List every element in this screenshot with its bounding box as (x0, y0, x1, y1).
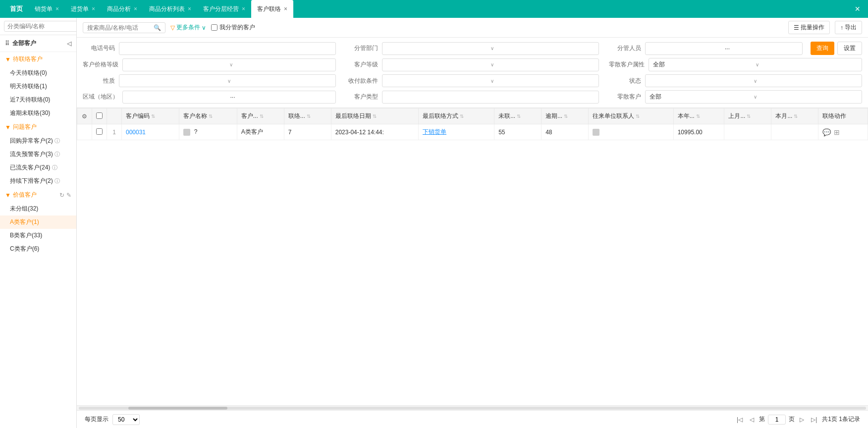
arrow-icon: ▼ (5, 124, 11, 131)
retail-dropdown[interactable]: 全部 ∨ (645, 90, 862, 104)
horizontal-scrollbar[interactable] (77, 405, 868, 410)
row-code[interactable]: 000031 (122, 124, 179, 140)
region-input[interactable]: ··· (122, 91, 336, 104)
payment-dropdown[interactable]: ∨ (382, 74, 599, 87)
nav-sales[interactable]: 销货单 × (29, 0, 65, 18)
chevron-down-icon: ∨ (754, 94, 858, 100)
retail-attr-dropdown[interactable]: 全部 ∨ (649, 58, 862, 71)
table-footer: 每页显示 10 20 50 100 |◁ ◁ 第 页 ▷ ▷| 共1页 1条记录 (77, 410, 868, 428)
more-filters-btn[interactable]: ▽ 更多条件 ∨ (170, 23, 206, 32)
page-number-input[interactable] (768, 415, 786, 425)
dept-dropdown[interactable]: ∨ (382, 42, 599, 55)
col-unit-contact[interactable]: 往来单位联系人 ⇅ (589, 108, 674, 124)
data-table-area: ⚙ 客户编码 ⇅ 客户名称 (77, 108, 868, 405)
col-overdue[interactable]: 逾期... ⇅ (542, 108, 589, 124)
row-name[interactable]: ? (179, 124, 237, 140)
last-page-btn[interactable]: ▷| (809, 415, 819, 424)
close-all-tabs[interactable]: × (851, 4, 864, 14)
nav-purchase-close[interactable]: × (92, 5, 95, 12)
qr-action-icon[interactable]: ⊞ (834, 128, 840, 136)
col-category[interactable]: 客户... ⇅ (237, 108, 284, 124)
sidebar-item-tomorrow[interactable]: 明天待联络(1) (0, 80, 76, 93)
prev-page-btn[interactable]: ◁ (748, 415, 756, 424)
sidebar-item-class-c[interactable]: C类客户(6) (0, 242, 76, 256)
filter-row-type: 客户类型 (346, 90, 599, 104)
col-this-month[interactable]: 本月... ⇅ (771, 108, 818, 124)
nav-analysis-close[interactable]: × (134, 5, 137, 12)
next-page-btn[interactable]: ▷ (798, 415, 806, 424)
type-input[interactable] (382, 91, 599, 104)
nature-dropdown[interactable]: ∨ (119, 74, 336, 87)
sidebar-item-7days[interactable]: 近7天待联络(0) (0, 93, 76, 107)
nav-customer-contact[interactable]: 客户联络 × (251, 0, 293, 18)
phone-input[interactable] (119, 42, 336, 55)
nav-home[interactable]: 首页 (4, 0, 29, 18)
col-last-date[interactable]: 最后联络日期 ⇅ (331, 108, 418, 124)
col-last-month[interactable]: 上月... ⇅ (724, 108, 771, 124)
price-level-dropdown[interactable]: ∨ (122, 58, 336, 71)
scrollbar-thumb[interactable] (128, 407, 227, 410)
export-btn[interactable]: ↑ 导出 (835, 21, 862, 34)
scrollbar-track[interactable] (79, 407, 866, 410)
edit-value-icon[interactable]: ✎ (66, 192, 71, 199)
select-all-checkbox[interactable] (96, 112, 103, 119)
nav-analysis-list-close[interactable]: × (188, 5, 191, 12)
type-label: 客户类型 (346, 93, 378, 101)
row-checkbox[interactable] (92, 124, 107, 140)
col-last-method[interactable]: 最后联络方式 ⇅ (419, 108, 494, 124)
sidebar-item-repurchase-abnormal[interactable]: 回购异常客户(2) ⓘ (0, 134, 76, 148)
row-select-checkbox[interactable] (96, 128, 103, 135)
nav-analysis[interactable]: 商品分析 × (101, 0, 143, 18)
my-customers-checkbox[interactable]: 我分管的客户 (211, 23, 255, 32)
sort-icon: ⇅ (794, 113, 798, 119)
refresh-icon[interactable]: ↻ (59, 192, 64, 199)
sidebar-item-ungrouped[interactable]: 未分组(32) (0, 202, 76, 215)
sidebar-item-churn-warning[interactable]: 流失预警客户(3) ⓘ (0, 148, 76, 161)
filter-row-nature: 性质 ∨ (83, 74, 336, 87)
sidebar-group-problem[interactable]: ▼ 问题客户 (0, 120, 76, 134)
filter-search-icon[interactable]: 🔍 (154, 24, 161, 31)
status-dropdown[interactable]: ∨ (645, 74, 862, 87)
advanced-filter-panel: 电话号码 分管部门 ∨ 分管人员 ··· (77, 38, 868, 108)
sidebar-scroll: ▼ 待联络客户 今天待联络(0) 明天待联络(1) 近7天待联络(0) 逾期未联… (0, 52, 76, 428)
chat-action-icon[interactable]: 💬 (822, 128, 831, 136)
nav-purchase[interactable]: 进货单 × (65, 0, 101, 18)
col-this-year[interactable]: 本年... ⇅ (673, 108, 724, 124)
col-code[interactable]: 客户编码 ⇅ (122, 108, 179, 124)
sidebar-item-churned[interactable]: 已流失客户(24) ⓘ (0, 161, 76, 174)
setting-btn[interactable]: 设置 (837, 42, 862, 55)
nav-customer-seg[interactable]: 客户分层经营 × (197, 0, 251, 18)
per-page-select[interactable]: 10 20 50 100 (112, 414, 140, 425)
my-customers-check[interactable] (211, 24, 217, 31)
nav-customer-contact-close[interactable]: × (284, 5, 287, 12)
sidebar-collapse-icon[interactable]: ◁ (67, 40, 71, 47)
filter-search-input[interactable] (87, 24, 152, 31)
payment-label: 收付款条件 (346, 77, 378, 85)
level-dropdown[interactable]: ∨ (382, 58, 599, 71)
manager-input[interactable]: ··· (645, 42, 803, 55)
price-level-label: 客户价格等级 (83, 60, 118, 69)
row-last-method[interactable]: 下销货单 (419, 124, 494, 140)
nav-analysis-list[interactable]: 商品分析列表 × (143, 0, 197, 18)
sidebar-item-today[interactable]: 今天待联络(0) (0, 66, 76, 80)
nav-customer-seg-close[interactable]: × (242, 5, 245, 12)
sidebar-group-pending[interactable]: ▼ 待联络客户 (0, 52, 76, 66)
col-select-all[interactable] (92, 108, 107, 124)
sidebar-all-customers[interactable]: ⠿ 全部客户 ◁ (0, 35, 76, 52)
col-contact[interactable]: 联络... ⇅ (284, 108, 331, 124)
sidebar-item-class-a[interactable]: A类客户(1) (0, 215, 76, 229)
sidebar-search-input[interactable] (4, 21, 77, 32)
col-gear[interactable]: ⚙ (77, 108, 92, 124)
col-name[interactable]: 客户名称 ⇅ (179, 108, 237, 124)
sidebar-item-class-b[interactable]: B类客户(33) (0, 229, 76, 242)
col-uncontacted[interactable]: 未联... ⇅ (494, 108, 542, 124)
search-btn[interactable]: 查询 (811, 42, 834, 55)
filter-row-status: 状态 ∨ (609, 74, 862, 87)
sidebar-item-overdue[interactable]: 逾期未联络(30) (0, 107, 76, 120)
first-page-btn[interactable]: |◁ (735, 415, 745, 424)
sidebar-group-value[interactable]: ▼ 价值客户 ↻ ✎ (0, 188, 76, 202)
filter-row-phone: 电话号码 (83, 42, 336, 55)
sidebar-item-declining[interactable]: 持续下滑客户(2) ⓘ (0, 174, 76, 188)
batch-op-btn[interactable]: ☰ 批量操作 (788, 21, 830, 34)
nav-sales-close[interactable]: × (55, 5, 59, 12)
